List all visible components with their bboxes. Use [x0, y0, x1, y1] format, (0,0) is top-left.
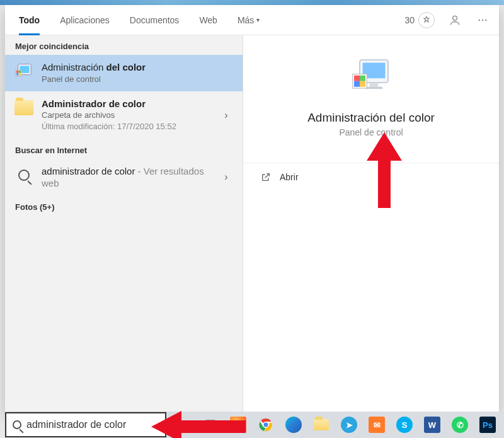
svg-rect-15 [354, 81, 360, 87]
svg-rect-5 [19, 71, 21, 73]
open-external-icon [261, 172, 271, 182]
taskbar-chrome[interactable] [253, 412, 278, 437]
best-match-header: Mejor coincidencia [5, 35, 243, 55]
result-search-web[interactable]: administrador de color - Ver resultados … [5, 159, 243, 196]
taskbar-file-explorer[interactable] [309, 412, 334, 437]
result-subtitle: Panel de control [42, 74, 234, 85]
chevron-right-icon[interactable]: › [219, 171, 234, 183]
taskbar-word[interactable]: W [420, 412, 445, 437]
rewards-points: 30 [404, 15, 415, 25]
preview-app-icon [348, 54, 394, 100]
annotation-arrow-up [365, 132, 403, 208]
start-search-box[interactable] [5, 412, 166, 437]
rewards-counter[interactable]: 30 [401, 12, 438, 28]
photos-header: Fotos (5+) [5, 196, 243, 216]
chevron-right-icon[interactable]: › [219, 110, 234, 121]
taskbar-whatsapp[interactable]: ✆ [447, 412, 472, 437]
search-tabs: Todo Aplicaciones Documentos Web Más▾ 30… [5, 5, 499, 35]
result-subtitle: Carpeta de archivos [42, 110, 211, 121]
svg-rect-6 [16, 73, 19, 76]
user-account-icon[interactable] [445, 10, 465, 30]
result-title: Administrador de color [42, 98, 211, 110]
svg-rect-7 [19, 73, 21, 76]
result-title: Administración del color [42, 61, 234, 74]
tab-web[interactable]: Web [190, 5, 226, 35]
search-internet-header: Buscar en Internet [5, 139, 243, 159]
svg-marker-17 [367, 132, 402, 208]
result-modified: Última modificación: 17/7/2020 15:52 [42, 121, 211, 132]
options-ellipsis-icon[interactable]: ⋯ [471, 14, 494, 26]
svg-rect-14 [360, 76, 365, 81]
taskbar-telegram[interactable]: ➤ [336, 412, 362, 437]
svg-point-0 [453, 16, 457, 20]
result-color-management[interactable]: Administración del color Panel de contro… [5, 55, 243, 91]
color-management-icon [14, 61, 34, 81]
rewards-badge-icon [418, 12, 435, 28]
taskbar-skype[interactable]: S [392, 412, 417, 437]
tab-apps[interactable]: Aplicaciones [51, 5, 118, 35]
tab-documents[interactable]: Documentos [121, 5, 188, 35]
taskbar-area: ➤ ✉ S W ✆ Ps [5, 412, 504, 438]
annotation-arrow-left [151, 410, 246, 438]
chevron-down-icon: ▾ [256, 16, 260, 23]
taskbar-thunderbird[interactable]: ✉ [364, 412, 389, 437]
tab-more-label: Más [238, 15, 254, 25]
preview-title: Administración del color [307, 111, 435, 125]
search-icon [13, 420, 21, 429]
svg-rect-10 [370, 83, 379, 87]
taskbar-photoshop[interactable]: Ps [475, 412, 500, 437]
preview-column: Administración del color Panel de contro… [243, 35, 499, 412]
open-label: Abrir [280, 172, 299, 182]
svg-rect-16 [360, 81, 365, 87]
search-panel: Todo Aplicaciones Documentos Web Más▾ 30… [5, 5, 499, 412]
tab-more[interactable]: Más▾ [229, 5, 268, 35]
svg-rect-11 [365, 87, 382, 89]
folder-icon [14, 98, 34, 118]
svg-rect-13 [354, 76, 360, 81]
search-content: Mejor coincidencia Administración del co… [5, 35, 499, 412]
search-icon [14, 165, 34, 185]
taskbar-edge[interactable] [281, 412, 306, 437]
result-color-manager-folder[interactable]: Administrador de color Carpeta de archiv… [5, 91, 243, 139]
search-input[interactable] [26, 419, 159, 430]
svg-marker-18 [151, 411, 246, 438]
tab-all[interactable]: Todo [10, 5, 49, 35]
svg-rect-4 [16, 71, 19, 73]
results-column: Mejor coincidencia Administración del co… [5, 35, 243, 412]
result-title: administrador de color - Ver resultados … [42, 165, 211, 190]
